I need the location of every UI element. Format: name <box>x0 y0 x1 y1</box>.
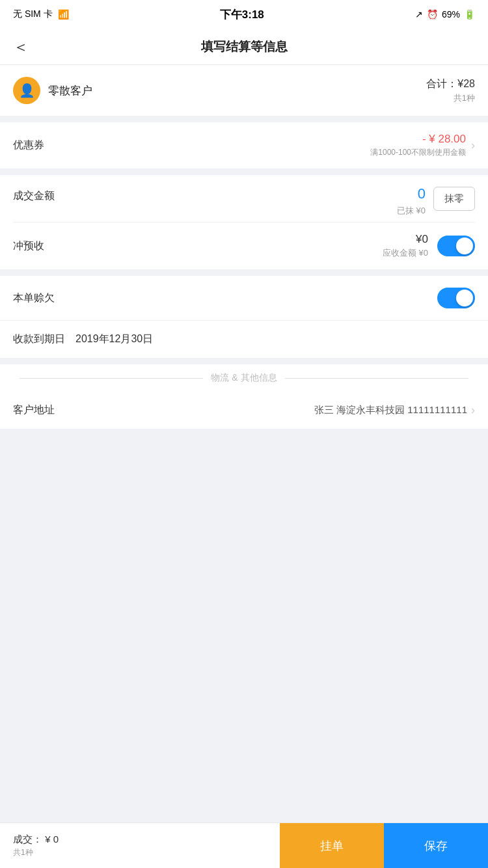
save-button[interactable]: 保存 <box>384 823 488 868</box>
bad-debt-card: 本单赊欠 收款到期日 2019年12月30日 <box>0 276 488 358</box>
precollect-toggle[interactable] <box>437 236 475 256</box>
avatar-icon: 👤 <box>19 83 35 98</box>
precollect-sub: 应收金额 ¥0 <box>383 247 428 259</box>
amount-sub: 已抹 ¥0 <box>397 205 426 217</box>
round-button[interactable]: 抹零 <box>433 187 475 211</box>
address-right: 张三 海淀永丰科技园 11111111111 › <box>314 403 475 417</box>
status-left: 无 SIM 卡 📶 <box>13 8 69 20</box>
customer-card: 👤 零散客户 合计：¥28 共1种 <box>0 65 488 116</box>
nav-bar: ＜ 填写结算等信息 <box>0 29 488 65</box>
sim-signal: 无 SIM 卡 <box>13 8 53 20</box>
customer-name: 零散客户 <box>48 83 92 98</box>
back-button[interactable]: ＜ <box>13 36 29 57</box>
location-icon: ↗ <box>415 9 423 20</box>
address-chevron-icon: › <box>471 403 475 417</box>
bottom-spacer <box>0 429 488 559</box>
logistics-divider: 物流 & 其他信息 <box>0 364 488 392</box>
bottom-deal: 成交： ¥ 0 <box>13 834 267 846</box>
customer-right: 合计：¥28 共1种 <box>426 77 475 104</box>
due-row: 收款到期日 2019年12月30日 <box>0 320 488 358</box>
status-right: ↗ ⏰ 69% 🔋 <box>415 9 475 20</box>
amount-value: 0 <box>397 185 426 202</box>
coupon-card[interactable]: 优惠券 - ¥ 28.00 满1000-100不限制使用金额 › <box>0 122 488 169</box>
coupon-info: - ¥ 28.00 满1000-100不限制使用金额 <box>370 133 466 158</box>
total-count: 共1种 <box>426 92 475 104</box>
status-time: 下午3:18 <box>220 7 264 22</box>
battery-percent: 69% <box>442 9 460 20</box>
address-card[interactable]: 客户地址 张三 海淀永丰科技园 11111111111 › <box>0 392 488 429</box>
precollect-info: ¥0 应收金额 ¥0 <box>383 233 428 259</box>
total-amount: 合计：¥28 <box>426 77 475 91</box>
battery-icon: 🔋 <box>464 9 475 20</box>
section-gap <box>0 358 488 364</box>
amount-label: 成交金额 <box>13 185 55 203</box>
precollect-right: ¥0 应收金额 ¥0 <box>383 233 475 259</box>
main-content: 👤 零散客户 合计：¥28 共1种 优惠券 - ¥ 28.00 满1000-10… <box>0 65 488 559</box>
avatar: 👤 <box>13 77 40 104</box>
amount-value-wrap: 0 已抹 ¥0 <box>397 185 426 217</box>
bad-debt-toggle[interactable] <box>437 288 475 308</box>
pending-button[interactable]: 挂单 <box>280 823 384 868</box>
due-label: 收款到期日 <box>13 332 65 346</box>
alarm-icon: ⏰ <box>427 9 438 20</box>
customer-row: 👤 零散客户 合计：¥28 共1种 <box>0 65 488 116</box>
address-value: 张三 海淀永丰科技园 11111111111 <box>314 404 467 416</box>
coupon-desc: 满1000-100不限制使用金额 <box>370 147 466 158</box>
bottom-count: 共1种 <box>13 847 267 858</box>
wifi-icon: 📶 <box>58 9 69 20</box>
deal-label: 成交： <box>13 834 42 845</box>
debt-label: 本单赊欠 <box>13 292 55 305</box>
divider-line-left <box>20 378 203 379</box>
coupon-discount: - ¥ 28.00 <box>370 133 466 146</box>
address-label: 客户地址 <box>13 403 55 417</box>
transaction-card: 成交金额 0 已抹 ¥0 抹零 冲预收 ¥0 应收金额 ¥0 <box>0 175 488 269</box>
precollect-amount: ¥0 <box>383 233 428 246</box>
page-title: 填写结算等信息 <box>201 38 288 55</box>
coupon-right: - ¥ 28.00 满1000-100不限制使用金额 › <box>370 133 475 158</box>
customer-left: 👤 零散客户 <box>13 77 92 104</box>
precollect-row: 冲预收 ¥0 应收金额 ¥0 <box>0 223 488 269</box>
divider-line-right <box>285 378 468 379</box>
precollect-label: 冲预收 <box>13 239 44 253</box>
deal-amount: ¥ 0 <box>45 834 59 845</box>
address-row[interactable]: 客户地址 张三 海淀永丰科技园 11111111111 › <box>0 392 488 429</box>
bottom-info: 成交： ¥ 0 共1种 <box>0 823 280 868</box>
coupon-label: 优惠券 <box>13 139 44 152</box>
due-date: 2019年12月30日 <box>75 332 153 346</box>
bottom-bar: 成交： ¥ 0 共1种 挂单 保存 <box>0 822 488 868</box>
amount-row: 成交金额 0 已抹 ¥0 抹零 <box>0 175 488 222</box>
chevron-right-icon: › <box>471 139 475 152</box>
amount-right: 0 已抹 ¥0 抹零 <box>397 185 475 217</box>
debt-row: 本单赊欠 <box>0 276 488 320</box>
divider-text: 物流 & 其他信息 <box>211 372 277 384</box>
status-bar: 无 SIM 卡 📶 下午3:18 ↗ ⏰ 69% 🔋 <box>0 0 488 29</box>
coupon-row[interactable]: 优惠券 - ¥ 28.00 满1000-100不限制使用金额 › <box>0 122 488 169</box>
